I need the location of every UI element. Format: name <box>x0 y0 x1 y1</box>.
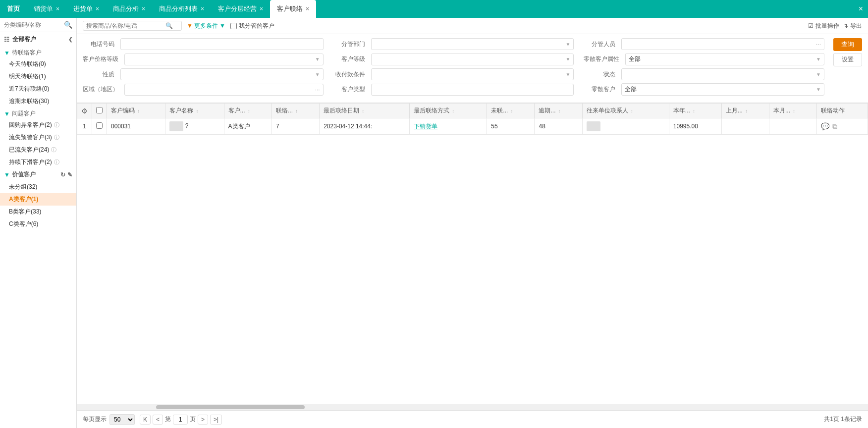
col-level[interactable]: 客户... ↕ <box>224 104 271 118</box>
input-person[interactable]: ··· <box>621 38 824 50</box>
page-size-select[interactable]: 20 50 100 200 <box>109 414 135 425</box>
select-price-level[interactable]: ▼ <box>124 54 324 65</box>
label-scatter: 零散客户 <box>584 85 618 94</box>
col-overdue[interactable]: 逾期... ↕ <box>535 104 582 118</box>
close-customer-contact-tab[interactable]: × <box>306 5 309 12</box>
tab-customer-layer[interactable]: 客户分层经营 × <box>211 0 270 18</box>
sort-contact-person-icon: ↕ <box>631 108 633 113</box>
select-scatter-attr[interactable]: 全部▼ <box>625 53 824 65</box>
my-customers-check[interactable] <box>230 23 237 29</box>
sidebar-item-unclassified[interactable]: 未分组(32) <box>0 181 76 193</box>
sidebar-item-overdue[interactable]: 逾期未联络(30) <box>0 95 76 107</box>
label-scatter-attr: 零散客户属性 <box>584 55 622 63</box>
sidebar-item-c-class[interactable]: C类客户(6) <box>0 218 76 230</box>
sidebar-item-declining[interactable]: 持续下滑客户(2) ⓘ <box>0 156 76 168</box>
select-scatter[interactable]: 全部▼ <box>621 83 824 96</box>
last-page-btn[interactable]: >| <box>210 415 222 425</box>
sidebar-item-b-class[interactable]: B类客户(33) <box>0 206 76 218</box>
row-no-contact: 55 <box>487 118 535 135</box>
filter-cell-status: 状态 ▼ <box>584 68 824 80</box>
input-phone[interactable] <box>120 38 324 50</box>
my-customers-checkbox[interactable]: 我分管的客户 <box>230 22 274 30</box>
sidebar-item-a-class[interactable]: A类客户(1) <box>0 193 76 206</box>
col-this-month[interactable]: 本月... ↕ <box>769 104 816 118</box>
more-conditions-btn[interactable]: ▼ 更多条件 ▼ <box>187 22 225 30</box>
refresh-icon[interactable]: ↻ <box>60 171 65 178</box>
select-payment[interactable]: ▼ <box>371 68 574 80</box>
tab-customer-contact[interactable]: 客户联络 × <box>270 0 316 18</box>
settings-col-icon[interactable]: ⚙ <box>81 107 88 115</box>
input-region[interactable]: ··· <box>124 84 324 96</box>
row-checkbox[interactable] <box>96 122 103 129</box>
sidebar-search-input[interactable] <box>4 21 64 28</box>
tab-sales[interactable]: 销货单 × <box>27 0 66 18</box>
col-last-date[interactable]: 最后联络日期 ↕ <box>320 104 410 118</box>
col-contact-person[interactable]: 往来单位联系人 ↕ <box>582 104 669 118</box>
col-contact-count[interactable]: 联络... ↕ <box>272 104 320 118</box>
scrollbar-thumb[interactable] <box>156 405 305 409</box>
col-code[interactable]: 客户编码 ↕ <box>107 104 165 118</box>
select-all-checkbox[interactable] <box>96 107 103 113</box>
row-checkbox-cell[interactable] <box>92 118 107 135</box>
next-page-btn[interactable]: > <box>198 415 208 425</box>
tab-purchase[interactable]: 进货单 × <box>66 0 106 18</box>
close-purchase-tab[interactable]: × <box>96 5 99 12</box>
tab-goods-analysis-list[interactable]: 商品分析列表 × <box>152 0 211 18</box>
dots-person-icon[interactable]: ··· <box>816 41 821 48</box>
search-input[interactable] <box>86 22 165 29</box>
qrcode-icon[interactable]: ⧉ <box>832 122 837 131</box>
info-icon-1: ⓘ <box>54 121 59 129</box>
col-year-amount[interactable]: 本年... ↕ <box>669 104 721 118</box>
col-no-contact[interactable]: 未联... ↕ <box>487 104 535 118</box>
horizontal-scrollbar[interactable] <box>77 404 868 410</box>
label-customer-level: 客户等级 <box>333 55 368 63</box>
sidebar-item-7days[interactable]: 近7天待联络(0) <box>0 83 76 95</box>
tab-home[interactable]: 首页 <box>0 0 27 18</box>
close-all-tabs[interactable]: × <box>859 4 868 13</box>
sidebar-item-tomorrow[interactable]: 明天待联络(1) <box>0 70 76 83</box>
search-box[interactable]: 🔍 <box>83 21 182 31</box>
search-icon-main[interactable]: 🔍 <box>165 22 173 29</box>
chat-icon[interactable]: 💬 <box>821 122 829 130</box>
last-contact-type-link[interactable]: 下销货单 <box>414 123 437 130</box>
sidebar-item-churn-warning[interactable]: 流失预警客户(3) ⓘ <box>0 131 76 144</box>
col-action: 联络动作 <box>817 104 868 118</box>
row-last-type[interactable]: 下销货单 <box>410 118 487 135</box>
prev-page-btn[interactable]: < <box>153 415 163 425</box>
close-goods-analysis-tab[interactable]: × <box>142 5 145 12</box>
select-nature[interactable]: ▼ <box>120 68 324 80</box>
close-customer-layer-tab[interactable]: × <box>260 5 263 12</box>
dots-region-icon[interactable]: ··· <box>315 86 320 93</box>
filter-icon: ▼ <box>219 22 225 29</box>
col-last-type[interactable]: 最后联络方式 ↕ <box>410 104 487 118</box>
export-btn[interactable]: ↴ 导出 <box>843 22 862 30</box>
label-customer-type: 客户类型 <box>333 85 368 94</box>
select-dept[interactable]: ▼ <box>371 38 574 50</box>
col-name[interactable]: 客户名称 ↕ <box>165 104 224 118</box>
query-button[interactable]: 查询 <box>833 38 862 51</box>
tab-goods-analysis[interactable]: 商品分析 × <box>106 0 152 18</box>
page-label: 第 <box>165 415 171 424</box>
sidebar-group-problem: ▼ 问题客户 <box>0 107 76 119</box>
col-settings[interactable]: ⚙ <box>77 104 92 118</box>
settings-button[interactable]: 设置 <box>833 53 862 66</box>
sidebar-search-icon[interactable]: 🔍 <box>64 21 72 29</box>
row-name[interactable]: ? <box>165 118 224 135</box>
input-customer-type[interactable] <box>371 84 574 96</box>
sidebar-search-bar[interactable]: 🔍 <box>0 18 76 32</box>
sidebar-item-churned[interactable]: 已流失客户(24) ⓘ <box>0 144 76 156</box>
collapse-icon[interactable]: ❮ <box>68 37 72 42</box>
select-status[interactable]: ▼ <box>621 68 824 80</box>
edit-icon[interactable]: ✎ <box>67 171 72 178</box>
all-customers-header[interactable]: ☷ 全部客户 ❮ <box>0 32 76 47</box>
close-goods-analysis-list-tab[interactable]: × <box>201 5 204 12</box>
close-sales-tab[interactable]: × <box>56 5 59 12</box>
col-last-month[interactable]: 上月... ↕ <box>721 104 769 118</box>
select-customer-level[interactable]: ▼ <box>371 54 574 65</box>
sidebar-item-repurchase-abnormal[interactable]: 回购异常客户(2) ⓘ <box>0 119 76 131</box>
col-checkbox[interactable] <box>92 104 107 118</box>
sidebar-item-today[interactable]: 今天待联络(0) <box>0 58 76 70</box>
page-number-input[interactable] <box>173 415 188 425</box>
batch-operation-btn[interactable]: ☑ 批量操作 <box>808 22 839 30</box>
first-page-btn[interactable]: K <box>140 415 151 425</box>
